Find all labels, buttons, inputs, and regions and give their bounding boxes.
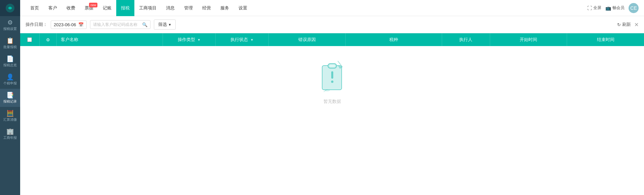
svg-rect-5 [331, 71, 333, 79]
nav-management[interactable]: 管理 [179, 0, 198, 16]
records-table: ⚙ 客户名称 操作类型 ▼ 执行状态 ▼ [20, 33, 644, 46]
sidebar-item-label: 工商年报 [3, 135, 17, 140]
personal-tax-icon: 👤 [6, 74, 14, 80]
th-executor: 执行人 [442, 33, 490, 46]
sidebar-item-label: 报税记录 [3, 99, 17, 104]
nav-operations[interactable]: 经营 [198, 0, 216, 16]
refresh-icon: ↻ [617, 22, 621, 27]
select-all-checkbox[interactable] [27, 37, 32, 42]
th-checkbox [20, 33, 39, 46]
fullscreen-icon: ⛶ [587, 5, 592, 11]
toolbar-right: ↻ 刷新 ✕ [617, 22, 639, 28]
sort-icon-status[interactable]: ▼ [250, 38, 254, 42]
content-area: 操作日期： 2023-06-06 📅 🔍 筛选 ▼ ↻ 刷新 ✕ [20, 16, 644, 195]
sidebar-item-label: 汇算清缴 [3, 117, 17, 122]
nav-items: 首页 客户 收费 票据 new 记账 报税 工商项目 消息 管理 经营 服务 设… [26, 0, 587, 16]
table-container: ⚙ 客户名称 操作类型 ▼ 执行状态 ▼ [20, 33, 644, 195]
nav-tax[interactable]: 报税 [116, 0, 134, 16]
th-tax-type: 税种 [346, 33, 442, 46]
date-label: 操作日期： [26, 22, 47, 28]
search-input[interactable] [93, 21, 142, 29]
topnav-right: ⛶ 全屏 📺 畅会员 CE [587, 3, 639, 13]
nav-invoice[interactable]: 票据 new [80, 0, 98, 16]
annual-report-icon: 🏢 [6, 128, 14, 134]
sidebar-item-tax-settings[interactable]: ⚙ 报税设置 [0, 16, 20, 34]
nav-clients[interactable]: 客户 [44, 0, 62, 16]
chevron-down-icon: ▼ [168, 23, 172, 27]
nav-settings[interactable]: 设置 [234, 0, 252, 16]
date-value: 2023-06-06 [54, 22, 76, 27]
close-button[interactable]: ✕ [634, 22, 639, 28]
sidebar-item-personal-tax[interactable]: 👤 个税申报 [0, 71, 20, 89]
nav-business[interactable]: 工商项目 [134, 0, 161, 16]
fullscreen-button[interactable]: ⛶ 全屏 [587, 5, 601, 11]
th-client-name: 客户名称 [57, 33, 163, 46]
sidebar-item-label: 报税总览 [3, 63, 17, 68]
th-start-time: 开始时间 [490, 33, 567, 46]
empty-icon [317, 60, 347, 93]
nav-home[interactable]: 首页 [26, 0, 44, 16]
sidebar-item-label: 个税申报 [3, 81, 17, 86]
sidebar: ⚙ 报税设置 📋 批量报税 📄 报税总览 👤 个税申报 📑 报税记录 🧮 汇算清… [0, 0, 20, 195]
column-settings-icon[interactable]: ⚙ [46, 37, 50, 42]
date-picker[interactable]: 2023-06-06 📅 [51, 21, 87, 29]
svg-point-6 [331, 81, 333, 83]
filter-button[interactable]: 筛选 ▼ [154, 20, 176, 30]
th-settings: ⚙ [39, 33, 57, 46]
sidebar-item-label: 批量报税 [3, 45, 17, 49]
nav-messages[interactable]: 消息 [161, 0, 179, 16]
search-icon[interactable]: 🔍 [142, 22, 147, 27]
search-box: 🔍 [90, 20, 151, 29]
sidebar-item-tax-records[interactable]: 📑 报税记录 [0, 89, 20, 107]
avatar[interactable]: CE [629, 3, 639, 13]
tax-overview-icon: 📄 [6, 56, 14, 62]
filter-label: 筛选 [158, 22, 167, 28]
member-button[interactable]: 📺 畅会员 [605, 5, 625, 11]
nav-billing[interactable]: 收费 [62, 0, 80, 16]
sidebar-item-tax-overview[interactable]: 📄 报税总览 [0, 52, 20, 71]
sidebar-item-batch-tax[interactable]: 📋 批量报税 [0, 34, 20, 52]
calendar-icon: 📅 [78, 22, 84, 27]
sidebar-item-annual-report[interactable]: 🏢 工商年报 [0, 125, 20, 143]
th-status: 执行状态 ▼ [216, 33, 269, 46]
sidebar-logo[interactable] [0, 0, 20, 16]
tax-records-icon: 📑 [6, 92, 14, 98]
summary-icon: 🧮 [6, 110, 14, 116]
member-icon: 📺 [605, 5, 611, 11]
sidebar-item-summary[interactable]: 🧮 汇算清缴 [0, 107, 20, 125]
nav-services[interactable]: 服务 [216, 0, 234, 16]
refresh-button[interactable]: ↻ 刷新 [617, 22, 631, 28]
empty-state: 暂无数据 [20, 46, 644, 118]
th-error: 错误原因 [268, 33, 345, 46]
th-op-type: 操作类型 ▼ [163, 33, 216, 46]
top-navigation: 首页 客户 收费 票据 new 记账 报税 工商项目 消息 管理 经营 服务 设… [20, 0, 644, 16]
th-end-time: 结束时间 [567, 33, 644, 46]
main-area: 首页 客户 收费 票据 new 记账 报税 工商项目 消息 管理 经营 服务 设… [20, 0, 644, 195]
batch-tax-icon: 📋 [6, 38, 14, 44]
tax-settings-icon: ⚙ [7, 20, 13, 26]
sidebar-item-label: 报税设置 [3, 27, 17, 31]
nav-accounts[interactable]: 记账 [98, 0, 116, 16]
empty-text: 暂无数据 [324, 99, 341, 105]
svg-rect-4 [329, 65, 335, 67]
toolbar: 操作日期： 2023-06-06 📅 🔍 筛选 ▼ ↻ 刷新 ✕ [20, 16, 644, 33]
sort-icon-op-type[interactable]: ▼ [197, 38, 201, 42]
new-badge: new [89, 3, 97, 8]
